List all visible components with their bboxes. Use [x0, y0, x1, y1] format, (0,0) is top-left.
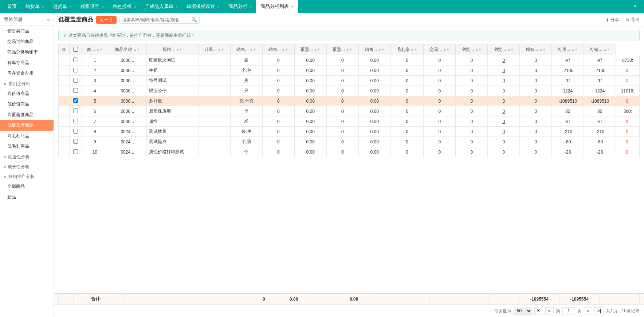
row-checkbox-input[interactable] — [73, 108, 78, 113]
nav-sales-order[interactable]: 销货单 × — [21, 0, 48, 13]
per-page-select[interactable]: 50 20 100 — [514, 307, 532, 315]
share-button[interactable]: ⬆ 分享 — [605, 17, 619, 23]
sidebar-item-low-coverage[interactable]: 低覆盖度商品 — [0, 120, 54, 131]
row-browse1[interactable]: 0 — [488, 106, 520, 116]
browse1-col-header[interactable]: 浏览...▲▼ — [456, 44, 488, 55]
row-browse1[interactable]: 0 — [488, 66, 520, 76]
sidebar-item-high-value[interactable]: 高价值商品 — [0, 88, 54, 99]
unit-col-header[interactable]: 计量...▲▼ — [198, 44, 230, 55]
page-number-input[interactable] — [562, 307, 575, 314]
sidebar-item-low-value[interactable]: 低价值商品 — [0, 99, 54, 110]
row-checkbox[interactable] — [70, 127, 82, 137]
sidebar-item-high-margin[interactable]: 高毛利商品 — [0, 131, 54, 141]
nav-product-analysis[interactable]: 商品分析 × — [224, 0, 256, 13]
next-page-button[interactable]: > — [584, 307, 592, 314]
row-checkbox[interactable] — [70, 86, 82, 96]
sidebar-item-stocked-goods[interactable]: 有库存商品 — [0, 58, 54, 68]
close-icon[interactable]: × — [134, 4, 136, 9]
sidebar-item-traded-goods[interactable]: 交易过的商品 — [0, 36, 54, 47]
row-checkbox[interactable] — [70, 76, 82, 86]
nav-product-analysis-list[interactable]: 商品分析列表 × — [256, 0, 298, 13]
close-icon[interactable]: × — [42, 4, 44, 9]
close-icon[interactable]: × — [69, 4, 71, 9]
row-checkbox[interactable] — [70, 137, 82, 147]
export-button[interactable]: ↻ 导出 — [626, 17, 640, 23]
nav-product-entry[interactable]: 产成品入库单 × — [141, 0, 182, 13]
row-browse1[interactable]: 0 — [488, 55, 520, 66]
row-checkbox-input[interactable] — [73, 58, 78, 62]
window-close-button[interactable]: × — [629, 3, 641, 10]
close-icon[interactable]: × — [291, 4, 293, 9]
row-checkbox-input[interactable] — [73, 88, 78, 93]
gross-margin-col-header[interactable]: 毛利率▲▼ — [390, 44, 424, 55]
nav-doc-template[interactable]: 单据模板设置 × — [182, 0, 224, 13]
coverage2-col-header[interactable]: 覆盖...▲▼ — [326, 44, 358, 55]
sidebar-item-low-margin[interactable]: 低毛利商品 — [0, 141, 54, 152]
sidebar-group-category-analysis[interactable]: ∨ 类别度分析 — [0, 79, 54, 88]
row-browse1[interactable]: 0 — [488, 147, 520, 157]
coverage1-col-header[interactable]: 覆盖...▲▼ — [294, 44, 326, 55]
sidebar-group-growth[interactable]: > 成长性分析 — [0, 162, 54, 171]
sales1-col-header[interactable]: 销售...▲▼ — [230, 44, 262, 55]
sidebar-item-sales-goods[interactable]: 销售类商品 — [0, 26, 54, 36]
row-browse1[interactable]: 0 — [488, 127, 520, 137]
row-sales3: 0 — [390, 137, 424, 147]
sidebar-item-inventory-capital[interactable]: 库存资金占用 — [0, 68, 54, 79]
sidebar-item-all-goods[interactable]: 全部商品 — [0, 181, 54, 192]
last-page-button[interactable]: >| — [594, 307, 604, 314]
nav-home[interactable]: 首页 — [3, 0, 21, 13]
nav-role-auth[interactable]: 角色授权 × — [108, 0, 140, 13]
row-checkbox[interactable] — [70, 106, 82, 116]
row-checkbox-input[interactable] — [73, 149, 78, 154]
close-icon[interactable]: × — [217, 4, 219, 9]
close-icon[interactable]: × — [176, 4, 178, 9]
row-checkbox-input[interactable] — [73, 68, 78, 72]
row-checkbox-input[interactable] — [73, 129, 78, 134]
sidebar-item-category-rate[interactable]: 商品分类动销率 — [0, 47, 54, 58]
row-checkbox[interactable] — [70, 66, 82, 76]
settings-col-header[interactable]: ⚙ — [59, 44, 70, 55]
code-col-header[interactable]: 商...▲▼ — [82, 44, 108, 55]
row-browse1[interactable]: 0 — [488, 137, 520, 147]
prev-page-button[interactable]: < — [545, 307, 554, 314]
first-page-button[interactable]: K — [534, 307, 543, 314]
row-browse1[interactable]: 0 — [488, 86, 520, 96]
nav-purchase-order[interactable]: 进货单 × — [48, 0, 76, 13]
sidebar-group-marketing[interactable]: ∨ 营销推广分析 — [0, 171, 54, 181]
trade-col-header[interactable]: 交易...▲▼ — [424, 44, 456, 55]
row-code: 0024... — [108, 137, 147, 147]
time-filter-button[interactable]: 近一月 — [96, 16, 117, 24]
row-checkbox[interactable] — [70, 116, 82, 127]
sellable-col-header[interactable]: 可销...▲▼ — [584, 44, 616, 55]
checkbox-col-header[interactable] — [70, 44, 82, 55]
row-checkbox[interactable] — [70, 55, 82, 66]
row-checkbox[interactable] — [70, 96, 82, 106]
spec-col-header[interactable]: 规格...▲▼ — [147, 44, 198, 55]
search-icon[interactable]: 🔍 — [191, 17, 197, 23]
close-icon[interactable]: × — [250, 4, 252, 9]
sidebar-item-new-goods[interactable]: 新品 — [0, 192, 54, 202]
search-input[interactable] — [122, 17, 190, 23]
browse2-col-header[interactable]: 浏览...▲▼ — [488, 44, 520, 55]
row-browse1[interactable]: 0 — [488, 116, 520, 127]
sidebar-group-circulation[interactable]: > 流通性分析 — [0, 152, 54, 162]
nav-permissions[interactable]: 权限设置 × — [76, 0, 108, 13]
current-col-header[interactable]: 现有...▲▼ — [520, 44, 552, 55]
close-icon[interactable]: × — [102, 4, 104, 9]
row-checkbox-input[interactable] — [73, 119, 78, 123]
sales3-col-header[interactable]: 销售...▲▼ — [358, 44, 390, 55]
sales2-col-header[interactable]: 销售...▲▼ — [262, 44, 294, 55]
row-browse1[interactable]: 0 — [488, 76, 520, 86]
name-col-header[interactable]: 商品名称▲▼ — [108, 44, 147, 55]
select-all-checkbox[interactable] — [73, 47, 78, 52]
row-checkbox[interactable] — [70, 147, 82, 157]
row-checkbox-input[interactable] — [73, 98, 78, 103]
row-browse1[interactable]: 0 — [488, 96, 520, 106]
table-container[interactable]: ⚙ 商...▲▼ 商品名称▲▼ 规格...▲▼ 计量...▲▼ 销售...▲▼ … — [54, 44, 644, 293]
usable-col-header[interactable]: 可用...▲▼ — [552, 44, 584, 55]
sidebar-item-high-coverage[interactable]: 高覆盖度商品 — [0, 110, 54, 120]
row-checkbox-input[interactable] — [73, 78, 78, 83]
row-checkbox-input[interactable] — [73, 139, 78, 144]
collapse-button[interactable]: « — [47, 16, 50, 22]
row-usable: 97 — [584, 55, 616, 66]
